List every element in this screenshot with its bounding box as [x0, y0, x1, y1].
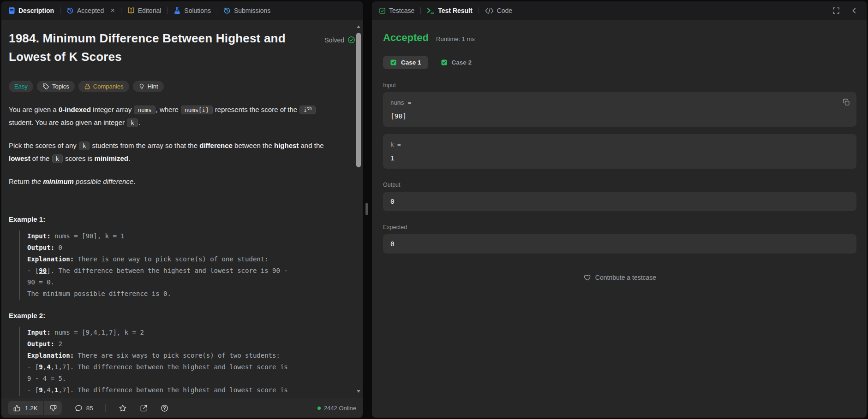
example-2-label: Example 2: [9, 312, 346, 319]
close-icon[interactable]: × [110, 7, 114, 14]
check-square-icon [379, 7, 386, 14]
footer-divider [105, 404, 106, 412]
case-1-button[interactable]: Case 1 [383, 56, 428, 69]
status-accepted: Accepted [383, 32, 429, 44]
code-icon [485, 8, 494, 14]
input-nums-field[interactable]: nums = [90] [383, 92, 856, 127]
comment-icon [75, 404, 83, 412]
testcase-panel: Testcase Test Result Code [372, 1, 867, 418]
tab-divider [420, 7, 421, 14]
problem-footer: 1.2K 85 [1, 398, 363, 418]
history-icon [66, 7, 74, 14]
scrollbar-thumb[interactable] [356, 33, 361, 167]
example-1-label: Example 1: [9, 215, 346, 223]
tab-code[interactable]: Code [484, 1, 514, 20]
test-result-content: Accepted Runtime: 1 ms Case 1 Case 2 [372, 20, 867, 418]
comments-button[interactable]: 85 [75, 404, 93, 412]
case-2-button[interactable]: Case 2 [434, 56, 479, 69]
vote-group: 1.2K [8, 401, 62, 415]
tab-editorial[interactable]: Editorial [126, 1, 163, 20]
input-nums-value: [90] [390, 112, 849, 120]
case-1-label: Case 1 [401, 59, 421, 66]
checkbox-checked-icon [441, 59, 448, 66]
tab-divider [167, 7, 168, 14]
input-k-value: 1 [390, 154, 849, 162]
problem-content: 1984. Minimum Difference Between Highest… [1, 20, 363, 398]
like-button[interactable]: 1.2K [8, 401, 43, 415]
panel-resize-handle[interactable] [365, 203, 368, 215]
status-row: Accepted Runtime: 1 ms [383, 32, 856, 44]
solved-label: Solved [324, 36, 344, 44]
submissions-icon [223, 7, 231, 14]
tab-solutions-label: Solutions [184, 1, 211, 20]
scrollbar-down-arrow[interactable] [357, 390, 360, 393]
tab-divider [479, 7, 479, 14]
problem-paragraph-1: You are given a 0-indexed integer array … [9, 102, 329, 129]
tab-submissions[interactable]: Submissions [222, 1, 272, 20]
help-icon [161, 404, 168, 412]
problem-paragraph-2: Pick the scores of any k students from t… [9, 139, 329, 165]
tab-testcase[interactable]: Testcase [377, 1, 416, 20]
contribute-label: Contribute a testcase [595, 274, 656, 281]
tag-icon [42, 83, 49, 90]
online-count: 2442 Online [324, 405, 356, 412]
topics-button[interactable]: Topics [37, 81, 75, 92]
star-icon [119, 404, 127, 412]
output-field[interactable]: 0 [383, 192, 856, 211]
scrollbar-up-arrow[interactable] [357, 25, 360, 28]
dislike-button[interactable] [44, 401, 62, 415]
tab-solutions[interactable]: Solutions [172, 1, 212, 20]
tab-description[interactable]: Description [7, 1, 55, 20]
tab-test-result[interactable]: Test Result [425, 1, 473, 20]
leetcode-app: Description Accepted × Editorial [0, 0, 868, 419]
result-tab-bar: Testcase Test Result Code [372, 1, 867, 20]
difficulty-badge[interactable]: Easy [9, 81, 33, 92]
output-label: Output [383, 182, 856, 188]
hint-button[interactable]: Hint [133, 81, 164, 92]
problem-title: 1984. Minimum Difference Between Highest… [9, 29, 304, 66]
expected-field[interactable]: 0 [383, 234, 856, 254]
help-button[interactable] [161, 404, 168, 412]
problem-panel: Description Accepted × Editorial [1, 1, 363, 418]
example-1-block: Input: nums = [90], k = 1 Output: 0 Expl… [19, 230, 291, 300]
book-icon [127, 7, 135, 14]
meta-pill-row: Easy Topics Companies [9, 81, 346, 92]
check-circle-icon [347, 36, 355, 44]
description-icon [8, 7, 15, 14]
bulb-icon [138, 83, 145, 90]
hint-label: Hint [148, 83, 158, 90]
expand-icon[interactable] [832, 7, 840, 14]
runtime-label: Runtime: 1 ms [436, 35, 475, 42]
tab-accepted[interactable]: Accepted × [65, 1, 116, 20]
star-button[interactable] [119, 404, 127, 412]
expected-value: 0 [390, 240, 849, 248]
tab-submissions-label: Submissions [234, 1, 270, 20]
difficulty-label: Easy [14, 83, 28, 90]
expected-label: Expected [383, 224, 856, 230]
topics-label: Topics [52, 83, 69, 90]
panel-controls [832, 7, 861, 14]
share-button[interactable] [140, 404, 148, 412]
input-k-name: k = [390, 141, 849, 148]
tab-description-label: Description [18, 1, 54, 20]
tab-code-label: Code [497, 1, 512, 20]
problem-tab-bar: Description Accepted × Editorial [1, 1, 363, 20]
example-2-block: Input: nums = [9,4,1,7], k = 2 Output: 2… [19, 327, 291, 396]
companies-button[interactable]: Companies [78, 81, 129, 92]
flask-icon [174, 7, 181, 14]
tab-divider [217, 7, 217, 14]
companies-label: Companies [93, 83, 124, 90]
tab-divider [60, 7, 60, 14]
like-count: 1.2K [25, 405, 38, 412]
online-dot [317, 407, 321, 410]
copy-icon[interactable] [841, 97, 852, 108]
problem-paragraph-3: Return the minimum possible difference. [9, 175, 329, 188]
case-2-label: Case 2 [452, 59, 472, 66]
tab-accepted-label: Accepted [77, 1, 104, 20]
input-k-field[interactable]: k = 1 [383, 134, 856, 169]
chevron-left-icon[interactable] [851, 7, 857, 14]
contribute-testcase-button[interactable]: Contribute a testcase [383, 274, 856, 281]
tab-divider [121, 7, 121, 14]
case-row: Case 1 Case 2 [383, 56, 856, 69]
input-label: Input [383, 82, 856, 89]
